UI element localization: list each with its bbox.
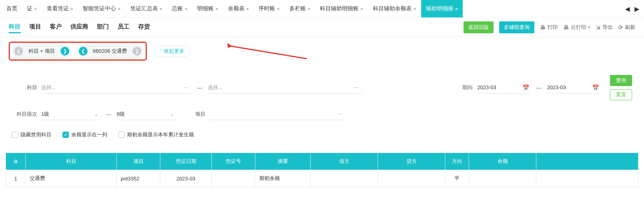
- close-icon[interactable]: ×: [455, 6, 458, 12]
- tab-aux-detail[interactable]: 辅助明细账×: [421, 0, 463, 17]
- col-subject: 科目: [26, 153, 117, 170]
- tab-multi-col[interactable]: 多栏账×: [285, 0, 315, 17]
- level-to-select[interactable]: 6级⌄: [117, 108, 176, 120]
- tab-subj-aux-balance[interactable]: 科目辅助余额表×: [368, 0, 421, 17]
- close-icon[interactable]: ×: [160, 6, 163, 12]
- period-label: 期间: [462, 84, 477, 91]
- col-date: 凭证日期: [160, 153, 212, 170]
- range-separator: —: [101, 111, 117, 117]
- multi-aux-query-button[interactable]: 多辅助查询: [499, 21, 534, 33]
- checkbox-icon: [12, 132, 18, 138]
- toolbar: 返回旧版 多辅助查询 🖶打印 🖶云打印▾ ⇲导出 ⟳刷新: [464, 21, 635, 33]
- back-old-button[interactable]: 返回旧版: [464, 21, 494, 33]
- ellipsis-icon: ⋯: [181, 84, 192, 90]
- printer-icon: 🖶: [540, 24, 545, 31]
- close-icon[interactable]: ×: [308, 6, 311, 12]
- collapse-more-button[interactable]: ˄ 收起更多: [154, 45, 190, 57]
- close-icon[interactable]: ×: [34, 6, 37, 12]
- range-separator: —: [531, 85, 547, 91]
- filter-panel: 科目 选择...⋯ — 选择...⋯ 期间 2023-03📅 — 2023-03…: [0, 65, 644, 145]
- col-gear[interactable]: ⚙: [6, 153, 26, 170]
- close-icon[interactable]: ×: [413, 6, 416, 12]
- cell-direction: 平: [445, 170, 469, 187]
- callout-box: ❮ 科目 + 项目 ❯ ❮ 660206 交通费 ❯: [9, 42, 147, 61]
- tab-detail-ledger[interactable]: 明细账×: [192, 0, 223, 17]
- close-icon[interactable]: ×: [360, 6, 363, 12]
- tab-scroll-left-icon[interactable]: ◀: [623, 5, 632, 13]
- refresh-button[interactable]: ⟳刷新: [618, 24, 635, 31]
- account-pill-text: 660206 交通费: [87, 48, 133, 55]
- printer-icon: 🖶: [563, 24, 569, 31]
- hide-disabled-checkbox[interactable]: 隐藏禁用科目: [12, 131, 51, 138]
- query-button[interactable]: 查询: [610, 75, 632, 86]
- period-to-input[interactable]: 2023-03📅: [547, 82, 600, 94]
- tab-scroll-right-icon[interactable]: ▶: [632, 5, 642, 13]
- pill-row: ❮ 科目 + 项目 ❯ ❮ 660206 交通费 ❯ ˄ 收起更多: [0, 37, 644, 65]
- cell-vno: [212, 170, 255, 187]
- dim-tab-customer[interactable]: 客户: [50, 21, 62, 33]
- ellipsis-icon: ⋯: [351, 84, 362, 90]
- checkbox-icon: [118, 132, 125, 138]
- tab-home[interactable]: 首页: [2, 0, 22, 17]
- calendar-icon: 📅: [591, 84, 600, 91]
- col-project: 项目: [117, 153, 160, 170]
- close-icon[interactable]: ×: [246, 6, 249, 12]
- dim-tab-dept[interactable]: 部门: [97, 21, 109, 33]
- tab-voucher[interactable]: 证×: [22, 0, 42, 17]
- col-extra: [536, 153, 638, 170]
- cell-project: pot3352: [117, 170, 160, 187]
- cell-extra: [536, 170, 638, 187]
- level-from-select[interactable]: 1级⌄: [41, 108, 101, 120]
- col-balance: 余额: [469, 153, 536, 170]
- balance-one-col-checkbox[interactable]: ✓ 余额显示在一列: [63, 131, 107, 138]
- period-from-input[interactable]: 2023-03📅: [477, 82, 531, 94]
- close-icon[interactable]: ×: [277, 6, 280, 12]
- tab-bar: 首页 证× 查看凭证× 智能凭证中心× 凭证汇总表× 总账× 明细账× 余额表×…: [0, 0, 644, 18]
- chevron-down-icon: ⌄: [92, 111, 101, 117]
- chevron-right-icon[interactable]: ❯: [61, 47, 69, 55]
- combo-pill[interactable]: ❮ 科目 + 项目 ❯: [12, 45, 71, 57]
- gear-icon: ⚙: [13, 159, 18, 165]
- opening-ytd-checkbox[interactable]: 期初余额显示本年累计发生额: [118, 131, 194, 138]
- dim-tab-vendor[interactable]: 供应商: [70, 21, 88, 33]
- tab-subj-aux-detail[interactable]: 科目辅助明细账×: [315, 0, 368, 17]
- combo-pill-text: 科目 + 项目: [23, 48, 61, 55]
- table-row[interactable]: 1 交通费 pot3352 2023-03 期初余额 平: [6, 170, 638, 187]
- cell-date: 2023-03: [160, 170, 212, 187]
- print-button[interactable]: 🖶打印: [540, 24, 558, 31]
- chevron-left-icon[interactable]: ❮: [14, 47, 23, 55]
- close-icon[interactable]: ×: [118, 6, 121, 12]
- subject-from-input[interactable]: 选择...⋯: [41, 82, 192, 94]
- subject-label: 科目: [12, 84, 41, 91]
- tab-balance[interactable]: 余额表×: [223, 0, 254, 17]
- tab-voucher-summary[interactable]: 凭证汇总表×: [125, 0, 167, 17]
- col-voucher-no: 凭证号: [212, 153, 255, 170]
- cell-balance: [469, 170, 536, 187]
- period-block: 期间 2023-03📅 — 2023-03📅 查询 重置: [462, 75, 632, 100]
- cell-debit: [311, 170, 378, 187]
- cell-credit: [378, 170, 445, 187]
- dim-tab-project[interactable]: 项目: [29, 21, 41, 33]
- close-icon[interactable]: ×: [184, 6, 188, 12]
- dim-tab-employee[interactable]: 员工: [118, 21, 129, 33]
- tab-smart-voucher[interactable]: 智能凭证中心×: [78, 0, 125, 17]
- reset-button[interactable]: 重置: [610, 89, 632, 100]
- tab-general-ledger[interactable]: 总账×: [167, 0, 192, 17]
- chevron-left-icon[interactable]: ❮: [79, 47, 87, 55]
- svg-line-0: [230, 46, 307, 59]
- account-pill[interactable]: ❮ 660206 交通费 ❯: [77, 45, 143, 57]
- dim-tab-inventory[interactable]: 存货: [138, 21, 150, 33]
- cloud-print-button[interactable]: 🖶云打印▾: [563, 24, 590, 31]
- subject-to-input[interactable]: 选择...⋯: [208, 82, 362, 94]
- dim-tab-subject[interactable]: 科目: [9, 21, 21, 33]
- result-table-wrap: ⚙ 科目 项目 凭证日期 凭证号 摘要 借方 贷方 方向 余额 1 交通费 po…: [0, 145, 644, 187]
- tab-view-voucher[interactable]: 查看凭证×: [42, 0, 78, 17]
- close-icon[interactable]: ×: [215, 6, 218, 12]
- export-button[interactable]: ⇲导出: [596, 24, 613, 31]
- chevron-right-icon[interactable]: ❯: [133, 47, 141, 55]
- range-separator: —: [192, 85, 208, 91]
- project-input[interactable]: ⋯: [209, 108, 346, 120]
- tab-journal[interactable]: 序时账×: [254, 0, 285, 17]
- close-icon[interactable]: ×: [70, 6, 74, 12]
- cell-subject: 交通费: [26, 170, 117, 187]
